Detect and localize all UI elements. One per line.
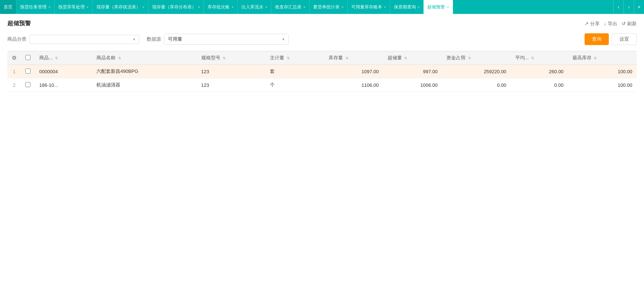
- category-filter: 商品分类 ▾: [7, 35, 139, 44]
- col-max-stock-label: 最高库存: [572, 55, 592, 60]
- row-product-code: 0000004: [35, 65, 92, 78]
- table-header-avg[interactable]: 平均... ⇅: [511, 51, 568, 65]
- row-capital: 259220.00: [442, 65, 511, 78]
- sort-icon: ⇅: [468, 56, 471, 60]
- table-header-spec[interactable]: 规格型号 ⇅: [197, 51, 266, 65]
- tab-order-stats[interactable]: 要货单统计表 ×: [310, 0, 348, 14]
- row-spec: 123: [197, 65, 266, 78]
- tab-collect-summary-label: 收发存汇总表: [275, 4, 301, 10]
- nav-arrow-left[interactable]: ‹: [613, 0, 623, 14]
- sort-icon: ⇅: [287, 56, 290, 60]
- nav-arrow-right[interactable]: ›: [623, 0, 634, 14]
- sort-icon: ⇅: [55, 56, 58, 60]
- tab-pick-task[interactable]: 拣货任务管理 ×: [17, 0, 55, 14]
- table-header-overstock[interactable]: 超储量 ⇅: [383, 51, 442, 65]
- category-select[interactable]: ▾: [29, 35, 139, 44]
- tab-home-label: 首页: [4, 4, 12, 10]
- row-max-stock: 100.00: [568, 65, 637, 78]
- tab-available-account[interactable]: 可用量库存账本 ×: [348, 0, 390, 14]
- page-title: 超储预警: [7, 20, 31, 27]
- tab-stock-dist[interactable]: 现存量（库存分布表） ×: [149, 0, 204, 14]
- row-product-code: 186-10...: [35, 78, 92, 92]
- tab-inout-flow[interactable]: 出入库流水 ×: [238, 0, 271, 14]
- chevron-down-icon: ▾: [133, 37, 135, 42]
- sort-icon: ⇅: [345, 56, 348, 60]
- table-body: 1 0000004 六配套新昌490BPG 123 套 1097.00 997.…: [7, 65, 637, 92]
- table-header-max-stock[interactable]: 最高库存 ⇅: [568, 51, 637, 65]
- tab-order-stats-close[interactable]: ×: [341, 5, 344, 9]
- tab-batch-account[interactable]: 库存批次账 ×: [204, 0, 238, 14]
- table-header-product-name[interactable]: 商品名称 ⇅: [92, 51, 197, 65]
- tab-quality-query[interactable]: 保质期查询 ×: [390, 0, 424, 14]
- table-header-unit[interactable]: 主计量 ⇅: [266, 51, 324, 65]
- page-content: 超储预警 ↗ 分享 ↓ 导出 ↺ 刷新 商品分类 ▾ 数据源: [0, 14, 644, 293]
- query-button[interactable]: 查询: [585, 33, 609, 45]
- tab-inout-flow-close[interactable]: ×: [265, 5, 267, 9]
- col-product-name-label: 商品名称: [96, 55, 116, 60]
- tab-pick-task-close[interactable]: ×: [48, 5, 51, 9]
- tab-collect-summary[interactable]: 收发存汇总表 ×: [271, 0, 310, 14]
- tab-home[interactable]: 首页: [0, 0, 17, 14]
- table-header-stock[interactable]: 库存量 ⇅: [324, 51, 383, 65]
- row-index-cell: 1: [7, 65, 21, 78]
- tab-available-account-label: 可用量库存账本: [351, 4, 382, 10]
- tab-pick-exception-close[interactable]: ×: [87, 5, 89, 9]
- row-product-name: 六配套新昌490BPG: [92, 65, 197, 78]
- filter-bar: 商品分类 ▾ 数据源 可用量 ▾ 查询 设置: [7, 33, 637, 45]
- export-button[interactable]: ↓ 导出: [604, 21, 618, 27]
- row-checkbox[interactable]: [25, 68, 30, 74]
- table-row: 2 186-10... 机油滤清器 123 个 1106.00 1006.00 …: [7, 78, 637, 92]
- sort-icon: ⇅: [531, 56, 534, 60]
- select-all-checkbox[interactable]: [25, 55, 30, 60]
- tab-batch-account-close[interactable]: ×: [231, 5, 234, 9]
- col-stock-label: 库存量: [329, 55, 343, 60]
- table-header-capital[interactable]: 资金占用 ⇅: [442, 51, 511, 65]
- datasource-select-value: 可用量: [168, 36, 182, 42]
- row-overstock: 1006.00: [383, 78, 442, 92]
- datasource-chevron-icon: ▾: [282, 37, 285, 42]
- tab-collect-summary-close[interactable]: ×: [303, 5, 305, 9]
- tab-pick-exception[interactable]: 拣货异常处理 ×: [55, 0, 93, 14]
- refresh-button[interactable]: ↺ 刷新: [622, 21, 637, 27]
- share-button[interactable]: ↗ 分享: [585, 21, 600, 27]
- col-product-code-label: 商品...: [39, 55, 53, 60]
- tab-stock-status[interactable]: 现存量（库存状况表） ×: [93, 0, 149, 14]
- tab-overstock-warning-label: 超储预警: [427, 4, 445, 10]
- share-label: 分享: [590, 21, 600, 27]
- row-checkbox[interactable]: [25, 82, 30, 87]
- row-spec: 123: [197, 78, 266, 92]
- data-table: ⚙ 商品... ⇅ 商品名称 ⇅ 规格型号 ⇅ 主计量: [7, 51, 637, 92]
- col-overstock-label: 超储量: [388, 55, 402, 60]
- tab-quality-query-close[interactable]: ×: [418, 5, 420, 9]
- tab-overstock-warning[interactable]: 超储预警 ×: [424, 0, 453, 14]
- row-avg: 260.00: [511, 65, 568, 78]
- table-header-product-code[interactable]: 商品... ⇅: [35, 51, 92, 65]
- row-checkbox-cell[interactable]: [21, 78, 35, 92]
- nav-arrow-close[interactable]: ×: [634, 0, 644, 14]
- table-header-row: ⚙ 商品... ⇅ 商品名称 ⇅ 规格型号 ⇅ 主计量: [7, 51, 637, 65]
- row-unit: 个: [266, 78, 324, 92]
- sort-icon: ⇅: [404, 56, 407, 60]
- nav-arrows: ‹ › ×: [613, 0, 644, 14]
- table-row: 1 0000004 六配套新昌490BPG 123 套 1097.00 997.…: [7, 65, 637, 78]
- table-header-gear[interactable]: ⚙: [7, 51, 21, 65]
- datasource-filter: 数据源 可用量 ▾: [147, 34, 289, 45]
- row-overstock: 997.00: [383, 65, 442, 78]
- tab-available-account-close[interactable]: ×: [384, 5, 386, 9]
- tab-quality-query-label: 保质期查询: [394, 4, 416, 10]
- table-header-checkbox[interactable]: [21, 51, 35, 65]
- tab-stock-status-label: 现存量（库存状况表）: [96, 4, 140, 10]
- tab-stock-status-close[interactable]: ×: [142, 5, 144, 9]
- category-filter-label: 商品分类: [7, 36, 26, 42]
- row-stock: 1097.00: [324, 65, 383, 78]
- tab-stock-dist-close[interactable]: ×: [198, 5, 200, 9]
- settings-button[interactable]: 设置: [612, 33, 637, 45]
- tab-overstock-warning-close[interactable]: ×: [447, 5, 449, 9]
- export-icon: ↓: [604, 21, 607, 26]
- gear-icon[interactable]: ⚙: [12, 55, 17, 61]
- datasource-select[interactable]: 可用量 ▾: [164, 34, 289, 45]
- row-index-cell: 2: [7, 78, 21, 92]
- tab-batch-account-label: 库存批次账: [208, 4, 230, 10]
- row-checkbox-cell[interactable]: [21, 65, 35, 78]
- row-max-stock: 100.00: [568, 78, 637, 92]
